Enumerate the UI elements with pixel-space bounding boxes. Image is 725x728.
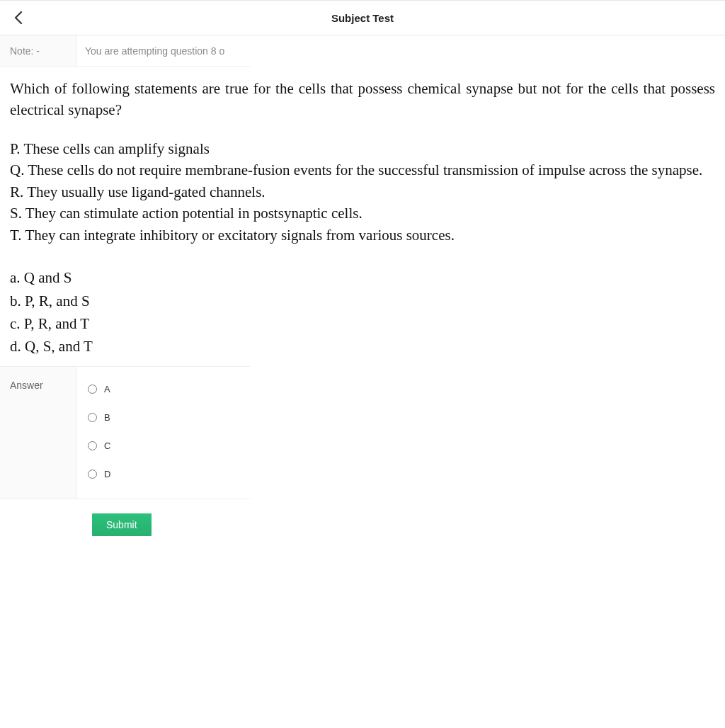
top-bar: Subject Test: [0, 0, 725, 35]
note-text: You are attempting question 8 o: [76, 35, 250, 67]
radio-a[interactable]: [88, 385, 97, 394]
statement-s: S. They can stimulate action potential i…: [10, 203, 715, 224]
answer-label: Answer: [0, 366, 76, 499]
answer-choice-b[interactable]: B: [88, 404, 250, 432]
statement-t: T. They can integrate inhibitory or exci…: [10, 224, 715, 246]
question-area: Which of following statements are true f…: [0, 67, 725, 366]
option-b: b. P, R, and S: [10, 290, 715, 312]
option-a: a. Q and S: [10, 267, 715, 288]
submit-button[interactable]: Submit: [92, 513, 152, 536]
question-options: a. Q and S b. P, R, and S c. P, R, and T…: [10, 267, 715, 358]
choice-label-b: B: [104, 412, 110, 423]
answer-row: Answer A B C D: [0, 366, 725, 499]
answer-choice-d[interactable]: D: [88, 460, 250, 489]
statement-q: Q. These cells do not require membrane-f…: [10, 159, 715, 181]
radio-c[interactable]: [88, 441, 97, 450]
radio-d[interactable]: [88, 470, 97, 479]
answer-choice-a[interactable]: A: [88, 375, 250, 404]
option-d: d. Q, S, and T: [10, 336, 715, 357]
page-title: Subject Test: [331, 12, 394, 24]
answer-choices: A B C D: [76, 366, 250, 499]
statement-p: P. These cells can amplify signals: [10, 138, 715, 159]
choice-label-c: C: [104, 440, 110, 451]
back-icon[interactable]: [10, 9, 27, 26]
statement-r: R. They usually use ligand-gated channel…: [10, 181, 715, 203]
submit-wrap: Submit: [0, 499, 725, 536]
question-stem: Which of following statements are true f…: [10, 78, 715, 121]
question-statements: P. These cells can amplify signals Q. Th…: [10, 138, 715, 246]
note-label: Note: -: [0, 35, 76, 67]
choice-label-d: D: [104, 469, 110, 479]
note-row: Note: - You are attempting question 8 o: [0, 35, 725, 67]
radio-b[interactable]: [88, 413, 97, 422]
option-c: c. P, R, and T: [10, 313, 715, 334]
choice-label-a: A: [104, 384, 110, 394]
answer-choice-c[interactable]: C: [88, 432, 250, 460]
